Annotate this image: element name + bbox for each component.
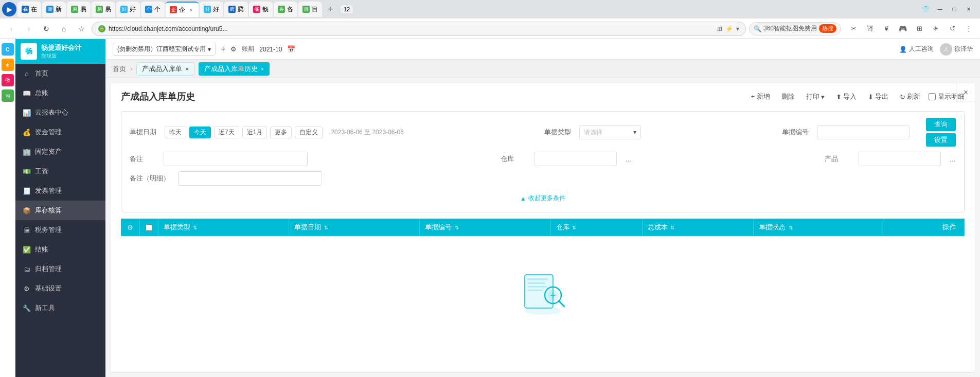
topbar-add-button[interactable]: +: [221, 45, 225, 54]
sidebar-header[interactable]: 畅 畅捷通好会计 旗舰版: [15, 39, 105, 64]
query-button[interactable]: 查询: [926, 118, 956, 131]
show-cols-checkbox[interactable]: [929, 93, 936, 100]
product-input[interactable]: [859, 152, 941, 166]
tab-8[interactable]: 好 好: [200, 2, 223, 17]
weibo-sidebar-icon[interactable]: 微: [2, 74, 14, 86]
tab-7-active[interactable]: 企 企 ×: [166, 2, 199, 17]
sidebar-item-new[interactable]: 🔧 新工具: [15, 298, 105, 318]
window-minimize-button[interactable]: ─: [935, 4, 945, 14]
tab-7-close[interactable]: ×: [187, 6, 194, 13]
user-profile[interactable]: 人 徐泽华: [940, 43, 973, 56]
dropdown-arrow[interactable]: ▾: [736, 25, 739, 32]
warehouse-more-button[interactable]: …: [625, 155, 632, 163]
date-sort-icon[interactable]: ⇅: [324, 225, 328, 230]
sidebar-item-checkout[interactable]: ✅ 结账: [15, 240, 105, 259]
custom-btn[interactable]: 自定义: [295, 127, 323, 138]
grid-apps-icon[interactable]: ⊞: [912, 22, 926, 36]
back-button[interactable]: ‹: [4, 22, 19, 36]
product-more-button[interactable]: …: [949, 155, 956, 163]
star-sidebar-icon[interactable]: ★: [2, 59, 14, 71]
settings-col-icon[interactable]: ⚙: [127, 224, 133, 231]
scissors-icon[interactable]: ✂: [846, 22, 861, 36]
export-button[interactable]: ⬇ 导出: [865, 91, 892, 103]
company-selector[interactable]: (勿删勿禁用）江西赣宝测试专用 ▾: [113, 43, 216, 56]
add-button[interactable]: + 新增: [748, 91, 773, 103]
tab-9[interactable]: 腾 腾: [224, 2, 248, 17]
forward-button[interactable]: ›: [22, 22, 36, 36]
select-all-checkbox[interactable]: [146, 224, 152, 231]
warehouse-input[interactable]: [534, 152, 617, 166]
tab-2[interactable]: 新 新: [42, 2, 66, 17]
sidebar-item-payroll[interactable]: 💵 工资: [15, 161, 105, 181]
month1-btn[interactable]: 近1月: [242, 127, 268, 138]
print-button[interactable]: 打印 ▾: [803, 91, 828, 103]
sidebar-item-invoice[interactable]: 🧾 发票管理: [15, 181, 105, 201]
tab-10[interactable]: 畅 畅: [249, 2, 273, 17]
breadcrumb-tab-history[interactable]: 产成品入库单历史 ×: [199, 62, 270, 76]
more-icon[interactable]: ⋮: [961, 22, 976, 36]
tab-3[interactable]: 易 易: [67, 2, 91, 17]
today-btn[interactable]: 今天: [189, 127, 211, 138]
collapse-filter-button[interactable]: ▲ 收起更多条件: [130, 191, 956, 206]
delete-button[interactable]: 删除: [778, 91, 798, 103]
col-total-cost[interactable]: 总成本 ⇅: [642, 219, 753, 236]
more-btn[interactable]: 更多: [270, 127, 292, 138]
col-settings[interactable]: ⚙: [121, 219, 139, 236]
col-warehouse[interactable]: 仓库 ⇅: [550, 219, 642, 236]
col-status[interactable]: 单据状态 ⇅: [753, 219, 884, 236]
sidebar-item-ledger[interactable]: 📖 总账: [15, 83, 105, 103]
sidebar-item-inventory[interactable]: 📦 库存核算: [15, 201, 105, 220]
breadcrumb-tab-list[interactable]: 产成品入库单 ×: [136, 62, 194, 76]
type-sort-icon[interactable]: ⇅: [193, 225, 197, 230]
bookmark-button[interactable]: ☆: [74, 22, 88, 36]
remark-detail-input[interactable]: [178, 171, 322, 186]
yuan-icon[interactable]: ¥: [879, 22, 894, 36]
refresh-button[interactable]: ↻ 刷新: [897, 91, 923, 103]
filter-settings-button[interactable]: 设置: [926, 133, 956, 147]
new-tab-button[interactable]: +: [323, 2, 337, 16]
topbar-settings-button[interactable]: ⚙: [230, 45, 237, 53]
yesterday-btn[interactable]: 昨天: [165, 127, 186, 138]
window-close-button[interactable]: ×: [964, 4, 974, 14]
breadcrumb-history-close[interactable]: ×: [261, 66, 264, 72]
remark-input[interactable]: [164, 152, 308, 166]
sidebar-item-tax[interactable]: 🏛 税务管理: [15, 220, 105, 240]
refresh-button[interactable]: ↻: [39, 22, 54, 36]
sidebar-item-funds[interactable]: 💰 资金管理: [15, 122, 105, 142]
no-sort-icon[interactable]: ⇅: [455, 225, 459, 230]
sync-icon[interactable]: ↺: [945, 22, 959, 36]
lightning-icon[interactable]: ⚡: [725, 25, 733, 32]
grid-icon[interactable]: ⊞: [717, 25, 722, 32]
sidebar-item-reports[interactable]: 📊 云报表中心: [15, 103, 105, 122]
sidebar-item-fixed[interactable]: 🏢 固定资产: [15, 142, 105, 161]
browser-nav-icon[interactable]: ▶: [2, 2, 16, 16]
tab-6[interactable]: 个 个: [141, 2, 165, 17]
sidebar-item-archive[interactable]: 🗂 归档管理: [15, 259, 105, 279]
col-no[interactable]: 单据编号 ⇅: [420, 219, 550, 236]
translate-icon[interactable]: 译: [863, 22, 877, 36]
breadcrumb-home[interactable]: 首页: [113, 62, 126, 76]
col-date[interactable]: 单据日期 ⇅: [289, 219, 419, 236]
search-bar[interactable]: 🔍 360智能抠图免费用 热搜: [749, 22, 841, 35]
game-icon[interactable]: 🎮: [896, 22, 910, 36]
col-type[interactable]: 单据类型 ⇅: [158, 219, 289, 236]
panel-close-button[interactable]: ×: [956, 83, 975, 102]
breadcrumb-list-close[interactable]: ×: [185, 66, 188, 72]
tab-5[interactable]: 好 好: [116, 2, 140, 17]
week7-btn[interactable]: 近7天: [214, 127, 239, 138]
home-button[interactable]: ⌂: [57, 22, 71, 36]
user-service-button[interactable]: 👤 人工咨询: [899, 45, 934, 53]
voucher-type-select[interactable]: 请选择 ▾: [579, 125, 641, 139]
voucher-no-input[interactable]: [817, 125, 910, 139]
import-button[interactable]: ⬆ 导入: [833, 91, 860, 103]
tab-11[interactable]: 各 各: [274, 2, 297, 17]
sun-icon[interactable]: ☀: [929, 22, 943, 36]
url-bar[interactable]: 🔒 https://cloud.chanjet.com/accounting/u…: [92, 22, 746, 36]
mail-sidebar-icon[interactable]: ✉: [2, 89, 14, 102]
tab-count[interactable]: 12: [341, 5, 353, 13]
sidebar-item-home[interactable]: ⌂ 首页: [15, 64, 105, 83]
window-maximize-button[interactable]: □: [949, 4, 959, 14]
tab-12[interactable]: 目 目: [298, 2, 322, 17]
status-sort-icon[interactable]: ⇅: [789, 225, 793, 230]
tab-4[interactable]: 易 易: [92, 2, 115, 17]
